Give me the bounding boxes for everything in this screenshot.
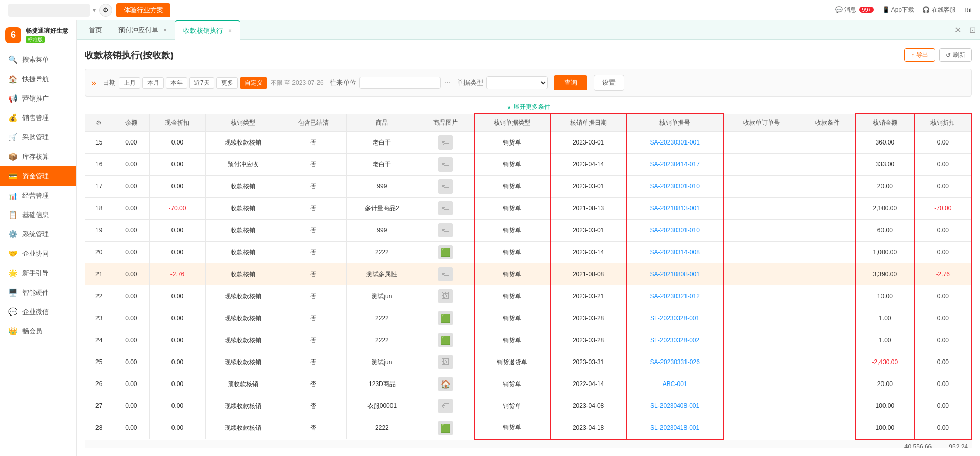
sidebar-item-inventory[interactable]: 📦 库存核算 — [0, 147, 76, 166]
tab-receipt[interactable]: 收款核销执行 × — [175, 20, 240, 40]
cell-cancel-bill-no[interactable]: SA-20210808-001 — [626, 263, 723, 285]
from-unit-input[interactable] — [359, 77, 441, 89]
user-name[interactable]: Rit — [964, 7, 972, 14]
data-table: ⚙ 余额 现金折扣 核销类型 包含已结清 商品 商品图片 核销单据类型 核销单据… — [85, 113, 972, 440]
dropdown-arrow[interactable]: ▾ — [93, 7, 96, 14]
th-receipt-condition: 收款条件 — [799, 114, 855, 132]
date-btn-lastmonth[interactable]: 上月 — [119, 77, 140, 89]
sidebar-item-corp[interactable]: 🤝 企业协同 — [0, 244, 76, 263]
export-button[interactable]: ↑ 导出 — [904, 48, 935, 62]
cell-receipt-order-no — [723, 285, 799, 307]
cell-cancel-bill-no[interactable]: SA-20230314-008 — [626, 242, 723, 263]
filter-expand-button[interactable]: » — [91, 78, 96, 88]
cell-product: 测试多属性 — [347, 263, 418, 285]
cell-cancel-amount: 333.00 — [855, 154, 915, 176]
cell-cancel-type: 现续收款核销 — [205, 395, 281, 417]
filter-settings-button[interactable]: 设置 — [594, 75, 624, 91]
cell-cancel-bill-no[interactable]: SA-20230321-012 — [626, 285, 723, 307]
cell-cancel-bill-no[interactable]: SL-20230328-002 — [626, 329, 723, 351]
table-row: 19 0.00 0.00 收款核销 否 999 🏷 销货单 2023-03-01… — [85, 220, 972, 242]
online-service-link[interactable]: 🎧 在线客服 — [922, 6, 956, 14]
cell-cancel-bill-date: 2023-03-21 — [550, 285, 626, 307]
table-row: 15 0.00 0.00 现续收款核销 否 老白干 🏷 销货单 2023-03-… — [85, 132, 972, 154]
hardware-icon: 🖥️ — [8, 288, 17, 297]
cell-index: 18 — [85, 198, 113, 220]
sidebar-item-quicknav[interactable]: 🏠 快捷导航 — [0, 69, 76, 89]
cell-cancel-bill-no[interactable]: SA-20230331-026 — [626, 351, 723, 373]
settings-gear-icon[interactable]: ⚙ — [99, 4, 112, 17]
cell-cancel-type: 收款核销 — [205, 176, 281, 198]
cell-receipt-condition — [799, 242, 855, 263]
cell-cancel-bill-date: 2023-03-14 — [550, 242, 626, 263]
cell-cancel-type: 预付冲应收 — [205, 154, 281, 176]
cell-cancel-type: 收款核销 — [205, 220, 281, 242]
cell-cancel-bill-date: 2023-03-01 — [550, 176, 626, 198]
cell-cancel-bill-date: 2023-03-01 — [550, 132, 626, 154]
cell-cancel-bill-no[interactable]: SL-20230418-001 — [626, 417, 723, 439]
cell-cash-discount: 0.00 — [150, 154, 206, 176]
cell-include-settled: 否 — [281, 220, 347, 242]
cell-index: 15 — [85, 132, 113, 154]
cell-receipt-condition — [799, 417, 855, 439]
sidebar-item-business[interactable]: 📊 经营管理 — [0, 186, 76, 205]
sidebar-item-wechat[interactable]: 💬 企业微信 — [0, 302, 76, 322]
cell-cancel-bill-no[interactable]: SA-20210813-001 — [626, 198, 723, 220]
cell-cancel-bill-no[interactable]: SL-20230328-001 — [626, 307, 723, 329]
sidebar-item-hardware[interactable]: 🖥️ 智能硬件 — [0, 283, 76, 302]
sidebar-item-marketing[interactable]: 📢 营销推广 — [0, 89, 76, 108]
sidebar-item-guide[interactable]: 🌟 新手引导 — [0, 263, 76, 283]
top-search-input[interactable] — [8, 4, 90, 17]
sidebar-item-sales[interactable]: 💰 销售管理 — [0, 108, 76, 128]
cell-balance: 0.00 — [113, 373, 150, 395]
cell-cancel-bill-no[interactable]: SA-20230301-010 — [626, 220, 723, 242]
app-download-link[interactable]: 📱 App下载 — [882, 6, 914, 14]
refresh-button[interactable]: ↺ 刷新 — [939, 48, 972, 62]
sidebar-item-member[interactable]: 👑 畅会员 — [0, 322, 76, 341]
sidebar-logo: 6 畅捷通谊好生意 标准版 — [0, 20, 76, 50]
cell-cancel-bill-no[interactable]: SA-20230414-017 — [626, 154, 723, 176]
th-cancel-bill-no: 核销单据号 — [626, 114, 723, 132]
date-btn-7days[interactable]: 近7天 — [189, 77, 214, 89]
cell-cash-discount: -70.00 — [150, 198, 206, 220]
th-settings[interactable]: ⚙ — [85, 114, 113, 132]
cell-cash-discount: 0.00 — [150, 176, 206, 198]
cell-receipt-condition — [799, 198, 855, 220]
cell-index: 19 — [85, 220, 113, 242]
tab-prepay[interactable]: 预付冲应付单 × — [110, 20, 175, 40]
order-type-select[interactable] — [486, 76, 548, 89]
tab-receipt-close[interactable]: × — [228, 27, 232, 34]
date-btn-thisyear[interactable]: 本年 — [166, 77, 187, 89]
cell-cancel-discount: -70.00 — [915, 198, 971, 220]
sidebar-item-purchase[interactable]: 🛒 采购管理 — [0, 128, 76, 147]
table-row: 27 0.00 0.00 现续收款核销 否 衣服00001 🏷 销货单 2023… — [85, 395, 972, 417]
cell-cancel-bill-date: 2023-04-08 — [550, 395, 626, 417]
trial-industry-button[interactable]: 体验行业方案 — [116, 3, 170, 17]
cell-cash-discount: 0.00 — [150, 395, 206, 417]
cell-cancel-bill-type: 销货单 — [474, 395, 550, 417]
window-close-icon[interactable]: ✕ — [954, 25, 961, 35]
sidebar-item-system[interactable]: ⚙️ 系统管理 — [0, 225, 76, 244]
date-label: 日期 — [103, 78, 116, 87]
date-btn-thismonth[interactable]: 本月 — [142, 77, 164, 89]
cell-cancel-bill-no[interactable]: SA-20230301-001 — [626, 132, 723, 154]
sales-icon: 💰 — [8, 113, 17, 123]
window-maximize-icon[interactable]: ⊡ — [969, 25, 976, 35]
date-btn-custom[interactable]: 自定义 — [240, 77, 267, 89]
date-btn-more[interactable]: 更多 — [216, 77, 238, 89]
cell-product-img: 🏷 — [418, 220, 474, 242]
tab-home[interactable]: 首页 — [81, 20, 110, 40]
cell-cancel-bill-no[interactable]: ABC-001 — [626, 373, 723, 395]
query-button[interactable]: 查询 — [554, 75, 587, 90]
message-icon[interactable]: 💬 消息 99+ — [835, 6, 874, 14]
tab-prepay-close[interactable]: × — [163, 27, 167, 34]
content-area: 首页 预付冲应付单 × 收款核销执行 × ✕ ⊡ 收款核销执行(按收款) — [77, 20, 980, 456]
cell-cancel-bill-no[interactable]: SL-20230408-001 — [626, 395, 723, 417]
sidebar-item-finance[interactable]: 💳 资金管理 — [0, 166, 76, 186]
cell-balance: 0.00 — [113, 198, 150, 220]
cell-cancel-bill-no[interactable]: SA-20230301-010 — [626, 176, 723, 198]
sidebar-item-basic[interactable]: 📋 基础信息 — [0, 205, 76, 225]
cell-cancel-bill-date: 2023-04-18 — [550, 417, 626, 439]
cell-cancel-amount: 20.00 — [855, 176, 915, 198]
sidebar-item-search[interactable]: 🔍 搜索菜单 — [0, 50, 76, 69]
expand-more-bar[interactable]: ∨ 展开更多条件 — [85, 103, 972, 111]
